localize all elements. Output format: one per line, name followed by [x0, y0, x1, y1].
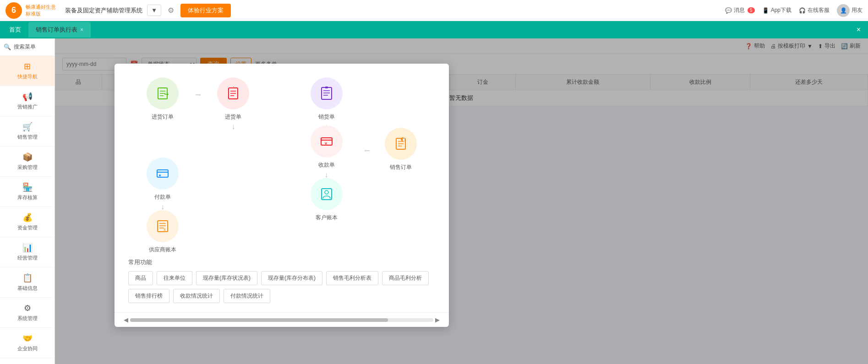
- purchase-bill-icon: [217, 77, 249, 109]
- quick-nav-icon: ⊞: [24, 61, 31, 71]
- logo-text: 畅康通好生意 标准版: [26, 4, 56, 17]
- gear-button[interactable]: ⚙: [166, 4, 176, 16]
- customer-account-icon: [311, 178, 343, 210]
- common-buttons-row2: 销售排行榜 收款情况统计 付款情况统计: [128, 289, 435, 303]
- main-area: 🔍 搜索菜单 ⊞ 快捷导航 📢 营销推广 🛒 销售管理 📦 采购管理 🏪 库存核…: [0, 38, 868, 364]
- popup-scroll: ◀ ▶: [115, 312, 449, 327]
- btn-contacts[interactable]: 往来单位: [157, 271, 192, 285]
- cooperation-icon: 🤝: [22, 333, 33, 343]
- system-name: 装备及固定资产辅助管理系统: [65, 6, 142, 15]
- flow-col-sales-bill: 销货单 ↓: [292, 77, 361, 222]
- sidebar-item-purchase[interactable]: 📦 采购管理: [0, 147, 55, 177]
- flow-col-sales: 销货单 ↓: [292, 77, 435, 222]
- btn-receipt-stats[interactable]: 收款情况统计: [173, 289, 220, 303]
- scroll-right-arrow[interactable]: ▶: [433, 316, 442, 323]
- common-buttons: 商品 往来单位 现存量(库存状况表) 现存量(库存分布表): [128, 271, 435, 285]
- svg-text:📋: 📋: [402, 137, 406, 141]
- purchase-icon: 📦: [22, 152, 33, 162]
- scroll-left-arrow[interactable]: ◀: [122, 316, 130, 323]
- message-badge: 5: [748, 7, 755, 13]
- btn-stock-status[interactable]: 现存量(库存状况表): [196, 271, 257, 285]
- popup-overlay: 进货订单: [55, 38, 868, 364]
- svg-rect-7: [158, 221, 168, 232]
- flow-item-sales-bill[interactable]: 销货单: [292, 77, 361, 121]
- inventory-icon: 🏪: [22, 182, 33, 192]
- scroll-track[interactable]: [130, 318, 433, 322]
- sidebar-item-system[interactable]: ⚙ 系统管理: [0, 298, 55, 328]
- btn-sales-margin[interactable]: 销售毛利分析表: [326, 271, 378, 285]
- sidebar-item-cooperation[interactable]: 🤝 企业协同: [0, 328, 55, 358]
- marketing-icon: 📢: [22, 92, 33, 102]
- btn-stock-dist[interactable]: 现存量(库存分布表): [261, 271, 322, 285]
- sidebar-item-inventory[interactable]: 🏪 库存核算: [0, 177, 55, 207]
- purchase-order-icon: [147, 77, 179, 109]
- sidebar-item-quick-nav[interactable]: ⊞ 快捷导航: [0, 56, 55, 86]
- svg-point-6: [159, 174, 161, 176]
- sidebar-item-marketing[interactable]: 📢 营销推广: [0, 86, 55, 116]
- logo-area: 6 畅康通好生意 标准版: [5, 2, 60, 19]
- top-right: 💬 消息 5 📱 App下载 🎧 在线客服 👤 用友: [725, 4, 863, 17]
- headset-icon: 🎧: [799, 7, 806, 14]
- sidebar-item-finance[interactable]: 💰 资金管理: [0, 207, 55, 237]
- message-item[interactable]: 💬 消息 5: [725, 6, 755, 14]
- sidebar-item-operations[interactable]: 📊 经营管理: [0, 237, 55, 267]
- flow-item-customer-account[interactable]: 客户账本: [292, 178, 361, 222]
- flow-item-purchase-bill[interactable]: 进货单: [199, 77, 267, 121]
- tab-bar: 首页 销售订单执行表 × ×: [0, 21, 868, 38]
- svg-point-25: [325, 190, 328, 194]
- sidebar-item-basic-info[interactable]: 📋 基础信息: [0, 267, 55, 298]
- tab-home[interactable]: 首页: [2, 22, 28, 38]
- tab-bar-close-icon[interactable]: ×: [851, 26, 866, 34]
- scroll-thumb: [130, 318, 388, 322]
- sidebar: 🔍 搜索菜单 ⊞ 快捷导航 📢 营销推广 🛒 销售管理 📦 采购管理 🏪 库存核…: [0, 38, 55, 364]
- user-item[interactable]: 👤 用友: [837, 4, 863, 17]
- tab-sales-order[interactable]: 销售订单执行表 ×: [28, 22, 91, 38]
- btn-payment-stats[interactable]: 付款情况统计: [224, 289, 270, 303]
- btn-sales-rank[interactable]: 销售排行榜: [128, 289, 169, 303]
- flow-item-receipt[interactable]: ¥ 收款单: [292, 125, 361, 169]
- flow-diagram: 进货订单: [128, 77, 435, 254]
- phone-icon: 📱: [762, 7, 769, 14]
- system-icon: ⚙: [24, 303, 31, 313]
- app-download-item[interactable]: 📱 App下载: [762, 6, 792, 14]
- logo-icon: 6: [5, 2, 22, 19]
- system-dropdown[interactable]: ▼: [147, 5, 161, 16]
- flow-col-1: 进货订单: [128, 77, 197, 254]
- svg-rect-20: [325, 87, 328, 88]
- popup-content: 进货订单: [115, 64, 449, 312]
- sales-icon: 🛒: [22, 122, 33, 132]
- flow-col-sales-order: 📋 销售订单: [366, 128, 435, 171]
- svg-rect-16: [322, 87, 332, 99]
- trial-button[interactable]: 体验行业方案: [180, 4, 231, 17]
- common-title: 常用功能: [128, 258, 435, 266]
- content-area: ❓ 帮助 🖨 按模板打印 ▼ ⬆ 导出 🔄 刷新 📅 单据状态: [55, 38, 868, 364]
- flow-item-payment[interactable]: 付款单: [128, 158, 197, 201]
- online-service-item[interactable]: 🎧 在线客服: [799, 6, 830, 14]
- sales-order-icon: 📋: [385, 128, 417, 160]
- svg-rect-4: [157, 170, 168, 177]
- search-icon: 🔍: [4, 43, 11, 50]
- btn-product[interactable]: 商品: [128, 271, 153, 285]
- avatar: 👤: [837, 4, 850, 17]
- supplier-account-icon: $: [147, 210, 179, 242]
- popup: 进货订单: [115, 64, 449, 327]
- flow-item-sales-order[interactable]: 📋 销售订单: [366, 128, 435, 171]
- common-section: 常用功能 商品 往来单位 现存量(库存状况表): [128, 258, 435, 303]
- sidebar-item-sales[interactable]: 🛒 销售管理: [0, 116, 55, 147]
- arrow-down-2: ↓: [231, 123, 235, 131]
- svg-text:$: $: [164, 228, 166, 232]
- flow-item-purchase-order[interactable]: 进货订单: [128, 77, 197, 121]
- flow-col-2: 进货单 ↓: [199, 77, 267, 128]
- sidebar-item-newbie[interactable]: 🎯 新手引导: [0, 358, 55, 364]
- btn-product-margin[interactable]: 商品毛利分析: [382, 271, 429, 285]
- top-bar: 6 畅康通好生意 标准版 装备及固定资产辅助管理系统 ▼ ⚙ 体验行业方案 💬 …: [0, 0, 868, 21]
- finance-icon: 💰: [22, 212, 33, 223]
- message-icon: 💬: [725, 7, 732, 14]
- flow-item-supplier-account[interactable]: $ 供应商账本: [128, 210, 197, 254]
- payment-icon: [147, 158, 179, 190]
- sidebar-search[interactable]: 🔍 搜索菜单: [0, 38, 55, 56]
- sales-bill-icon: [311, 77, 343, 109]
- tab-close-icon[interactable]: ×: [80, 27, 83, 33]
- basic-info-icon: 📋: [22, 273, 33, 283]
- receipt-icon: ¥: [311, 125, 343, 158]
